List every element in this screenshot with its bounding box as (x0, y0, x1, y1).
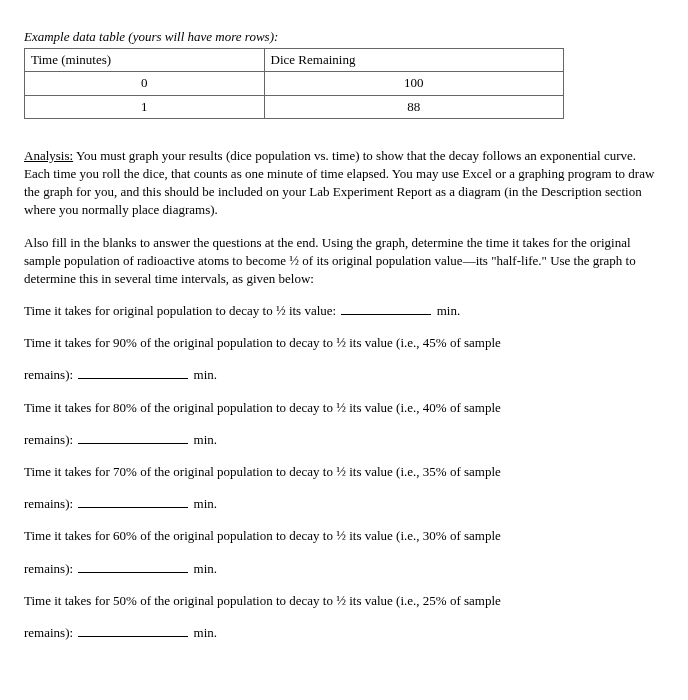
blank-field (78, 561, 188, 573)
analysis-text: You must graph your results (dice popula… (24, 148, 654, 218)
blank-field (78, 625, 188, 637)
table-cell-dice: 100 (264, 72, 563, 95)
unit-label: min. (194, 625, 217, 640)
table-header-dice: Dice Remaining (264, 49, 563, 72)
question-text-line1: Time it takes for 50% of the original po… (24, 592, 664, 610)
question-text-line1: Time it takes for 70% of the original po… (24, 463, 664, 481)
unit-label: min. (194, 561, 217, 576)
blank-field (78, 496, 188, 508)
unit-label: min. (437, 303, 460, 318)
question-text-line1: Time it takes for 60% of the original po… (24, 527, 664, 545)
unit-label: min. (194, 496, 217, 511)
question-4: Time it takes for 70% of the original po… (24, 463, 664, 513)
table-cell-dice: 88 (264, 95, 563, 118)
unit-label: min. (194, 367, 217, 382)
question-5: Time it takes for 60% of the original po… (24, 527, 664, 577)
question-text-line2: remains): (24, 496, 73, 511)
question-text-line1: Time it takes for 80% of the original po… (24, 399, 664, 417)
question-text-line2: remains): (24, 625, 73, 640)
unit-label: min. (194, 432, 217, 447)
question-text-line2: remains): (24, 367, 73, 382)
table-row: 1 88 (25, 95, 564, 118)
table-header-time: Time (minutes) (25, 49, 265, 72)
data-table: Time (minutes) Dice Remaining 0 100 1 88 (24, 48, 564, 119)
question-text-line2: remains): (24, 561, 73, 576)
table-cell-time: 0 (25, 72, 265, 95)
example-table-heading: Example data table (yours will have more… (24, 28, 664, 46)
question-6: Time it takes for 50% of the original po… (24, 592, 664, 642)
blank-field (78, 432, 188, 444)
question-text: Time it takes for original population to… (24, 303, 336, 318)
table-row: 0 100 (25, 72, 564, 95)
analysis-paragraph: Analysis: You must graph your results (d… (24, 147, 664, 220)
question-2: Time it takes for 90% of the original po… (24, 334, 664, 384)
question-1: Time it takes for original population to… (24, 302, 664, 320)
question-text-line1: Time it takes for 90% of the original po… (24, 334, 664, 352)
table-cell-time: 1 (25, 95, 265, 118)
analysis-label: Analysis: (24, 148, 73, 163)
table-header-row: Time (minutes) Dice Remaining (25, 49, 564, 72)
blank-field (341, 303, 431, 315)
question-3: Time it takes for 80% of the original po… (24, 399, 664, 449)
question-text-line2: remains): (24, 432, 73, 447)
instructions-paragraph: Also fill in the blanks to answer the qu… (24, 234, 664, 289)
blank-field (78, 367, 188, 379)
